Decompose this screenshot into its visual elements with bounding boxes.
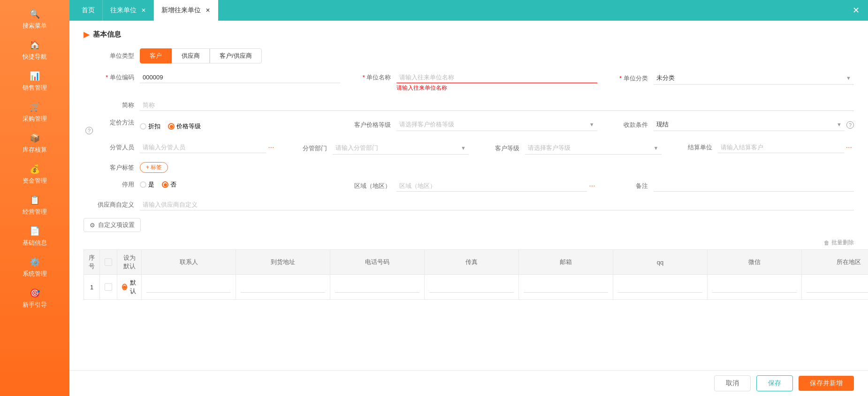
form-row-5: 客户标签 + 标签 [84,162,854,173]
email-input[interactable] [524,281,608,293]
manager-dots-btn[interactable]: ··· [266,143,276,152]
sidebar-item-inventory[interactable]: 📦 库存核算 [0,128,69,159]
settlement-unit-dots-btn[interactable]: ··· [844,143,854,152]
unit-type-both-btn[interactable]: 客户/供应商 [210,48,262,63]
row-region-input[interactable] [807,281,868,293]
abbreviation-label: 简称 [84,101,140,109]
sidebar-item-purchase[interactable]: 🛒 采购管理 [0,97,69,128]
tab-home[interactable]: 首页 [74,0,103,21]
form-row-7: 供应商自定义 [84,199,854,210]
sidebar-item-operations[interactable]: 📋 经营管理 [0,190,69,221]
row-default-cell: 默认 [117,275,142,300]
contact-input[interactable] [146,281,231,293]
manager-field: 分管人员 ··· [84,142,276,153]
remarks-input[interactable] [654,180,854,192]
payment-terms-select[interactable]: 现结 ▼ [654,118,845,131]
sidebar-item-quick-nav[interactable]: 🏠 快捷导航 [0,35,69,66]
sales-icon: 📊 [29,70,40,82]
department-field: 分管部门 请输入分管部门 ▼ [276,142,469,155]
payment-terms-field: 收款条件 现结 ▼ ? [597,118,854,131]
unit-name-error: 请输入往来单位名称 [396,84,447,92]
row-default-radio[interactable]: 默认 [122,279,137,295]
add-tag-button[interactable]: + 标签 [140,162,168,173]
main-area: 首页 往来单位 ✕ 新增往来单位 ✕ ✕ ▶ 基本信息 单位类型 客户 供应商 … [69,0,868,396]
pricing-help-icon[interactable]: ? [85,127,93,134]
batch-delete-area: 🗑 批量删除 [84,239,854,247]
row-region [802,275,868,300]
col-index: 序号 [84,250,100,275]
col-qq: qq [613,250,708,275]
unit-code-label: 单位编码 [84,73,140,82]
remarks-label: 备注 [597,182,654,190]
supplier-custom-field: 供应商自定义 [84,199,854,210]
region-dots-btn[interactable]: ··· [587,182,597,190]
abbreviation-field: 简称 [84,100,854,111]
select-all-checkbox[interactable] [105,258,112,266]
supplier-custom-label: 供应商自定义 [84,201,140,209]
manager-input[interactable] [140,142,266,153]
disabled-label: 停用 [84,180,140,189]
sidebar-item-finance[interactable]: 💰 资金管理 [0,159,69,190]
footer: 取消 保存 保存并新增 [69,370,868,396]
payment-terms-chevron: ▼ [837,122,842,127]
batch-delete-button[interactable]: 🗑 批量删除 [824,239,854,247]
form-row-3: 定价方法 ? 折扣 价格等级 客户价格 [84,118,854,134]
sidebar-item-system[interactable]: ⚙️ 系统管理 [0,252,69,283]
col-fax: 传真 [425,250,519,275]
inventory-icon: 📦 [29,132,40,144]
disabled-radio-group: 是 否 [140,180,176,189]
tab-trading-units-close[interactable]: ✕ [141,7,146,14]
pricing-level-radio[interactable]: 价格等级 [168,122,201,131]
abbreviation-input[interactable] [140,100,854,111]
unit-category-select[interactable]: 未分类 ▼ [654,72,854,85]
unit-type-row: 单位类型 客户 供应商 客户/供应商 [84,48,854,63]
region-input[interactable] [396,180,587,192]
tab-new-trading-unit-close[interactable]: ✕ [206,7,210,14]
supplier-custom-input[interactable] [140,199,854,210]
sidebar-item-basic-info[interactable]: 📄 基础信息 [0,221,69,252]
disabled-no-radio[interactable]: 否 [162,180,176,189]
address-input[interactable] [241,281,325,293]
row-contact [142,275,236,300]
cancel-button[interactable]: 取消 [714,375,751,391]
payment-terms-help-icon[interactable]: ? [846,121,854,129]
qq-input[interactable] [618,281,702,293]
customer-level-chevron: ▼ [654,145,659,151]
pricing-discount-radio[interactable]: 折扣 [140,122,160,131]
row-phone [330,275,425,300]
department-select[interactable]: 请输入分管部门 ▼ [333,142,469,155]
disabled-yes-radio[interactable]: 是 [140,180,154,189]
row-checkbox[interactable] [105,283,112,291]
unit-category-field: 单位分类 未分类 ▼ [597,72,854,85]
pricing-level-dot [170,125,173,128]
col-phone: 电话号码 [330,250,425,275]
customer-price-level-select[interactable]: 请选择客户价格等级 ▼ [396,118,597,131]
save-button[interactable]: 保存 [756,375,793,391]
fax-input[interactable] [429,281,514,293]
sidebar-item-search[interactable]: 🔍 搜索菜单 [0,4,69,35]
unit-name-input[interactable] [396,72,597,83]
region-field: 区域（地区） ··· [340,180,597,192]
customer-level-placeholder: 请选择客户等级 [528,144,654,152]
unit-code-field: 单位编码 [84,72,340,83]
wechat-input[interactable] [712,281,797,293]
custom-settings-button[interactable]: ⚙ 自定义项设置 [84,218,141,232]
sidebar-item-guide[interactable]: 🎯 新手引导 [0,283,69,314]
custom-settings-icon: ⚙ [90,222,95,229]
basic-info-icon: 📄 [29,225,40,237]
unit-code-input[interactable] [140,72,340,83]
finance-icon: 💰 [29,163,40,175]
settlement-unit-input[interactable] [718,142,844,153]
customer-level-select[interactable]: 请选择客户等级 ▼ [525,142,662,155]
unit-type-supplier-btn[interactable]: 供应商 [172,48,210,63]
save-new-button[interactable]: 保存并新增 [799,376,854,391]
unit-type-customer-btn[interactable]: 客户 [140,48,172,63]
tab-trading-units[interactable]: 往来单位 ✕ [103,0,154,21]
row-default-circle [122,284,127,290]
customer-tag-field: 客户标签 + 标签 [84,162,854,173]
system-icon: ⚙️ [29,256,40,268]
tab-bar-close-button[interactable]: ✕ [849,5,863,16]
tab-new-trading-unit[interactable]: 新增往来单位 ✕ [154,0,218,21]
sidebar-item-sales[interactable]: 📊 销售管理 [0,66,69,97]
phone-input[interactable] [335,281,419,293]
